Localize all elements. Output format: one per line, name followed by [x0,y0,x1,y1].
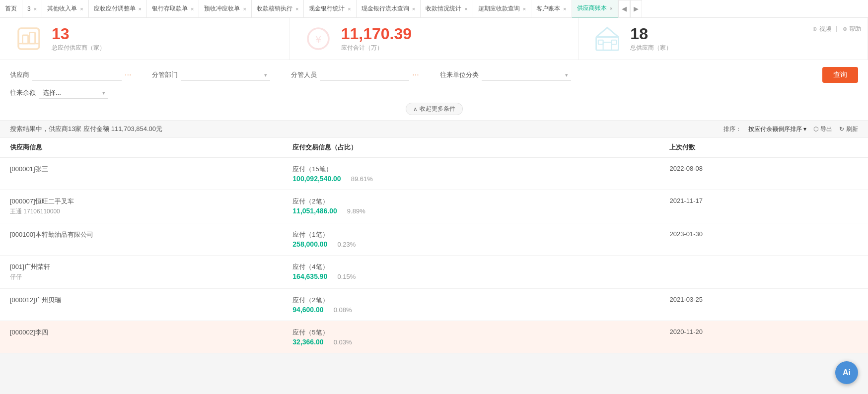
row-4-supplier-link[interactable]: [001]广州荣轩 [10,263,50,270]
row-5-lastpay: 2021-03-25 [669,296,858,303]
row-3-tx-row: 258,000.00 0.23% [292,240,669,248]
row-2-tx-amount[interactable]: 11,051,486.00 [292,207,337,215]
nav-tab-other-income-close[interactable]: × [80,6,83,12]
row-1-tx-amount[interactable]: 100,092,540.00 [292,175,341,183]
row-4-transaction: 应付（4笔） 164,635.90 0.15% [292,263,669,280]
sort-value[interactable]: 按应付余额倒序排序 ▾ [748,125,806,133]
nav-tab-other-income[interactable]: 其他收入单 × [42,0,88,18]
nav-tab-collect-stat[interactable]: 收款情况统计 × [421,0,473,18]
nav-tab-2[interactable]: 3 × [22,0,42,18]
row-2-supplier-link[interactable]: [000007]恒旺二手叉车 [10,197,74,205]
svg-rect-7 [603,42,612,50]
balance-select-wrap: 选择... [39,87,108,99]
header-supplier: 供应商信息 [10,143,292,152]
row-6-supplier-link[interactable]: [000002]李四 [10,328,48,336]
nav-tab-adjust-label: 应收应付调整单 [94,4,136,13]
row-3-supplier-link[interactable]: [000100]本特勤油品有限公司 [10,231,93,238]
sort-label: 排序： [723,125,741,133]
dept-select[interactable] [181,69,270,81]
nav-tab-bank-close[interactable]: × [191,6,194,12]
row-6-tx-amount[interactable]: 32,366.00 [292,338,323,346]
collapse-btn-label: 收起更多条件 [420,105,455,113]
row-3-tx-label: 应付（1笔） [292,230,669,239]
nav-tab-cash-flow-close[interactable]: × [412,6,415,12]
row-4-tx-amount[interactable]: 164,635.90 [292,272,327,280]
card-info-total: 11,170.39 应付合计（万） [341,26,412,52]
nav-tab-home[interactable]: 首页 [0,0,22,18]
row-2-transaction: 应付（2笔） 11,051,486.00 9.89% [292,197,669,215]
supplier-dots[interactable]: ··· [125,71,131,79]
svg-rect-8 [598,40,603,44]
nav-tab-cash-flow[interactable]: 现金银行流水查询 × [357,0,421,18]
balance-label: 往来余额 [10,88,36,97]
row-5-supplier-link[interactable]: [000012]广州贝瑞 [10,296,61,304]
nav-tab-customer-label: 客户账本 [536,4,560,13]
nav-tab-2-close[interactable]: × [34,6,37,12]
nav-tab-collect-close[interactable]: × [295,6,298,12]
nav-tab-cash-stat-close[interactable]: × [348,6,351,12]
row-6-tx-label: 应付（5笔） [292,328,669,337]
row-1-tx-percent: 89.61% [351,175,373,183]
svg-rect-9 [612,40,617,44]
help-video-btn[interactable]: ⊙ 视频 [812,25,831,33]
row-6-lastpay: 2020-11-20 [669,328,858,335]
row-4-tx-percent: 0.15% [337,273,356,280]
nav-tab-bank[interactable]: 银行存取款单 × [147,0,199,18]
person-dots[interactable]: ··· [412,71,419,79]
dept-select-wrap [181,69,270,81]
payable-suppliers-label: 总应付供应商（家） [52,44,105,52]
result-summary: 搜索结果中，供应商13家 应付金额 111,703,854.00元 [10,125,162,133]
svg-text:¥: ¥ [315,33,321,45]
top-nav: 首页 3 × 其他收入单 × 应收应付调整单 × 银行存取款单 × 预收冲应收单… [0,0,868,18]
balance-select[interactable]: 选择... [39,87,108,99]
summary-card-total-suppliers: 18 总供应商（家） [579,18,868,60]
supplier-input[interactable] [32,69,122,81]
nav-next-arrow[interactable]: ▶ [630,0,642,18]
nav-tab-overdue-close[interactable]: × [523,6,526,12]
refresh-button[interactable]: ↻ 刷新 [839,125,858,133]
nav-tab-collect[interactable]: 收款核销执行 × [252,0,304,18]
summary-help: ⊙ 视频 | ⊙ 帮助 [812,25,861,33]
row-1-supplier: [000001]张三 [10,165,292,174]
row-3-tx-amount[interactable]: 258,000.00 [292,240,327,248]
nav-tab-supplier-ledger-close[interactable]: × [610,5,613,11]
nav-tab-collect-stat-close[interactable]: × [464,6,467,12]
nav-tab-prepay[interactable]: 预收冲应收单 × [199,0,251,18]
person-input[interactable] [320,69,409,81]
row-3-lastpay: 2023-01-30 [669,230,858,238]
table-row: [001]广州荣轩 仔仔 应付（4笔） 164,635.90 0.15% [0,256,868,289]
export-icon: ⬡ [813,126,818,132]
export-button[interactable]: ⬡ 导出 [813,125,832,133]
supplier-icon-1 [15,25,43,53]
category-label: 往来单位分类 [440,70,479,79]
nav-tab-adjust[interactable]: 应收应付调整单 × [89,0,147,18]
nav-prev-arrow[interactable]: ◀ [618,0,630,18]
nav-tab-customer[interactable]: 客户账本 × [531,0,572,18]
nav-tab-prepay-close[interactable]: × [243,6,246,12]
help-doc-btn[interactable]: ⊙ 帮助 [843,25,861,33]
nav-tab-customer-close[interactable]: × [563,6,566,12]
category-select[interactable] [482,69,571,81]
row-1-lastpay: 2022-08-08 [669,165,858,172]
collapse-up-icon: ∧ [413,106,418,113]
collapse-bar: ∧ 收起更多条件 [10,103,858,115]
header-transaction: 应付交易信息（占比） [292,143,669,152]
summary-card-payable-total: ¥ 11,170.39 应付合计（万） [289,18,579,60]
row-5-transaction: 应付（2笔） 94,600.00 0.08% [292,296,669,314]
query-button[interactable]: 查询 [822,67,858,83]
summary-card-payable-suppliers: 13 总应付供应商（家） [0,18,289,60]
nav-tab-overdue[interactable]: 超期应收款查询 × [473,0,531,18]
row-3-transaction: 应付（1笔） 258,000.00 0.23% [292,230,669,248]
nav-tab-supplier-ledger[interactable]: 供应商账本 × [572,0,618,18]
row-4-tx-label: 应付（4笔） [292,263,669,271]
row-1-supplier-link[interactable]: [000001]张三 [10,165,48,173]
table-row: [000100]本特勤油品有限公司 应付（1笔） 258,000.00 0.23… [0,223,868,256]
row-5-tx-amount[interactable]: 94,600.00 [292,306,323,314]
collapse-button[interactable]: ∧ 收起更多条件 [406,103,463,115]
result-actions: 排序： 按应付余额倒序排序 ▾ ⬡ 导出 ↻ 刷新 [723,125,858,133]
refresh-icon: ↻ [839,126,844,132]
nav-tab-adjust-close[interactable]: × [139,6,142,12]
nav-tab-cash-stat[interactable]: 现金银行统计 × [304,0,356,18]
row-2-tx-label: 应付（2笔） [292,197,669,206]
row-5-tx-percent: 0.08% [334,306,352,314]
